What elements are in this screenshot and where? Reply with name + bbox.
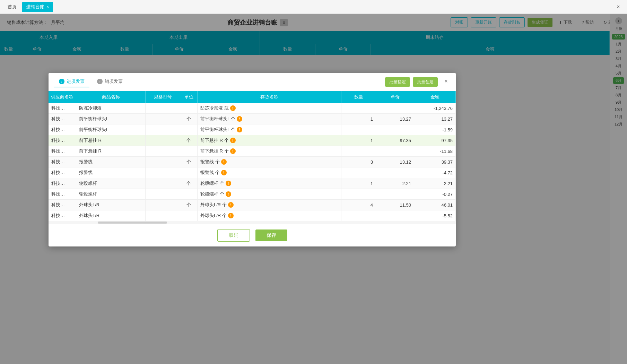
cancel-button[interactable]: 取消 [217,229,250,242]
cell-spec [146,103,180,113]
tab-close-icon[interactable]: × [46,5,49,9]
warning-icon: ! [226,191,231,197]
table-row: 科技… 前平衡杆球头L 前平衡杆球头L 个 ! -1.59 [49,124,456,135]
cell-quantity [341,210,376,221]
table-row: 科技… 轮毂螺杆 个 轮毂螺杆 个 ! 1 2.21 2.21 [49,178,456,189]
cell-unit [180,124,198,135]
window-close-button[interactable]: × [613,2,624,12]
cell-quantity [341,124,376,135]
col-quantity: 数量 [341,91,376,103]
cell-quantity: 1 [341,135,376,146]
cell-supplier: 科技… [49,167,76,178]
tab-incoming-invoice[interactable]: ↓ 进项发票 [54,76,89,87]
cell-supplier: 科技… [49,189,76,199]
main-content: 销售成本计算方法： 月平均 商贸企业进销台账 ≡ 对账 重新开账 存货别名 生成… [0,14,627,364]
cell-spec [146,167,180,178]
cell-amount: -0.27 [414,189,456,199]
scrollbar-thumb[interactable] [98,222,167,224]
cell-product: 轮毂螺杆 [76,189,146,199]
modal-table-header: 供应商名称 商品名称 规格型号 单位 存货名称 数量 单价 金额 [49,91,456,103]
cell-spec [146,189,180,199]
col-product: 商品名称 [76,91,146,103]
cell-product: 外球头L/R [76,210,146,221]
cell-unit-price [376,103,414,113]
tab-label: 进销台账 [26,4,44,10]
cell-quantity: 1 [341,114,376,124]
warning-icon: ! [228,202,234,208]
cell-amount: -1,243.76 [414,103,456,113]
cell-unit [180,167,198,178]
cell-unit-price [376,189,414,199]
col-unit-price: 单价 [376,91,414,103]
cell-unit-price: 11.50 [376,200,414,210]
modal-dialog: ↓ 进项发票 ↑ 销项发票 批量指定 批量创建 × 供应商名称 商品名称 规格型… [49,73,456,246]
cell-amount: -1.59 [414,124,456,135]
col-amount: 金额 [414,91,456,103]
tab-outgoing-invoice[interactable]: ↑ 销项发票 [92,76,128,87]
cell-supplier: 科技… [49,178,76,189]
cell-supplier: 科技… [49,124,76,135]
warning-icon: ! [230,105,236,111]
cell-inventory: 前平衡杆球头L 个 ! [198,124,341,135]
cell-inventory: 报警线 个 ! [198,157,341,167]
cell-unit: 个 [180,114,198,124]
outgoing-tab-label: 销项发票 [105,78,123,85]
incoming-tab-icon: ↓ [59,79,64,84]
batch-create-button[interactable]: 批量创建 [413,77,438,87]
cell-product: 报警线 [76,157,146,167]
cell-spec [146,178,180,189]
cell-spec [146,114,180,124]
table-row: 科技… 前下悬挂 R 个 前下悬挂 R 个 ! 1 97.35 97.35 [49,135,456,146]
cell-unit-price: 97.35 [376,135,414,146]
cell-supplier: 科技… [49,135,76,146]
cell-amount: 97.35 [414,135,456,146]
cell-supplier: 科技… [49,103,76,113]
table-row: 科技… 前下悬挂 R 前下悬挂 R 个 ! -11.68 [49,146,456,157]
cell-quantity: 1 [341,178,376,189]
cell-product: 前下悬挂 R [76,135,146,146]
cell-spec [146,200,180,210]
cell-unit: 个 [180,157,198,167]
batch-assign-button[interactable]: 批量指定 [385,77,410,87]
cell-supplier: 科技… [49,210,76,221]
warning-icon: ! [221,159,227,165]
warning-icon: ! [237,116,242,122]
cell-unit [180,189,198,199]
cell-unit-price [376,167,414,178]
modal-actions: 批量指定 批量创建 × [385,77,450,87]
save-button[interactable]: 保存 [255,229,287,241]
home-tab[interactable]: 首页 [3,2,21,12]
cell-spec [146,210,180,221]
cell-product: 前平衡杆球头L [76,124,146,135]
cell-unit-price [376,210,414,221]
table-row: 科技… 报警线 报警线 个 ! -4.72 [49,167,456,178]
cell-amount: -5.52 [414,210,456,221]
col-inventory: 存货名称 [198,91,341,103]
cell-product: 前平衡杆球头L [76,114,146,124]
modal-close-button[interactable]: × [442,77,450,86]
modal-scrollbar[interactable] [49,221,456,224]
cell-unit: 个 [180,178,198,189]
cell-unit [180,210,198,221]
cell-product: 轮毂螺杆 [76,178,146,189]
cell-inventory: 外球头L/R 个 ! [198,210,341,221]
table-row: 科技… 前平衡杆球头L 个 前平衡杆球头L 个 ! 1 13.27 13.27 [49,114,456,124]
cell-quantity: 3 [341,157,376,167]
cell-product: 报警线 [76,167,146,178]
cell-product: 外球头L/R [76,200,146,210]
active-tab[interactable]: 进销台账 × [22,2,53,12]
warning-icon: ! [221,170,227,175]
table-row: 科技… 外球头L/R 个 外球头L/R 个 ! 4 11.50 46.01 [49,200,456,210]
cell-spec [146,135,180,146]
cell-inventory: 轮毂螺杆 个 ! [198,189,341,199]
cell-quantity [341,103,376,113]
table-row: 科技… 防冻冷却液 防冻冷却液 瓶 ! -1,243.76 [49,103,456,114]
cell-quantity: 4 [341,200,376,210]
cell-unit-price: 13.12 [376,157,414,167]
cell-inventory: 前下悬挂 R 个 ! [198,135,341,146]
cell-spec [146,124,180,135]
cell-amount: 39.37 [414,157,456,167]
warning-icon: ! [230,148,236,154]
cell-inventory: 前平衡杆球头L 个 ! [198,114,341,124]
modal-footer: 取消 保存 [49,224,456,246]
